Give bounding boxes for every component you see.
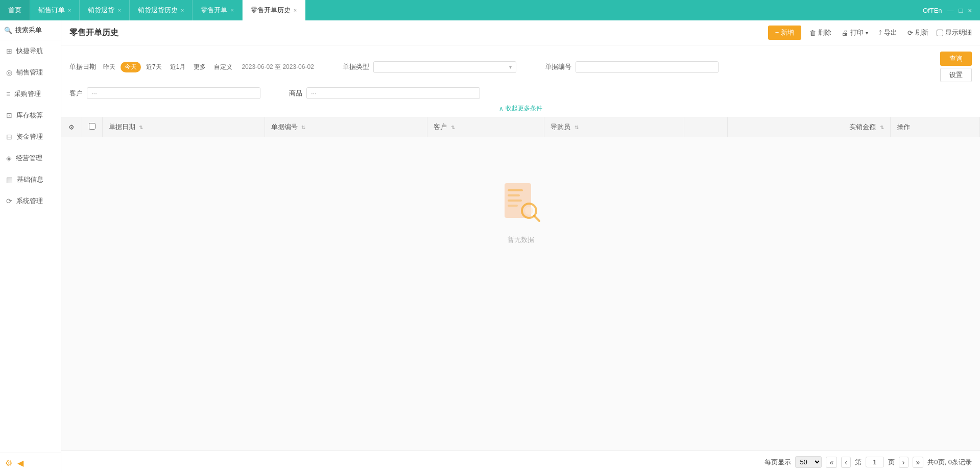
col-checkbox[interactable]: [82, 117, 102, 137]
svg-line-7: [534, 216, 539, 221]
customer-filter: 客户 ···: [69, 87, 260, 99]
refresh-button[interactable]: ⟳ 刷新: [905, 28, 930, 37]
first-page-btn[interactable]: «: [826, 457, 837, 468]
settings-icon[interactable]: ⚙: [5, 458, 12, 468]
display-col-checkbox[interactable]: 显示明细: [937, 28, 972, 37]
sidebar-icon-basic-info: ▦: [6, 176, 13, 184]
nav-tab-sales-return[interactable]: 销货退货 ×: [80, 0, 129, 20]
page-title: 零售开单历史: [69, 28, 118, 38]
sidebar-item-operations[interactable]: ◈经营管理: [0, 147, 61, 169]
goods-filter: 商品 ···: [289, 87, 480, 99]
date-btn-更多[interactable]: 更多: [190, 62, 209, 72]
col-amount[interactable]: 实销金额 ⇅: [728, 117, 890, 137]
prev-page-btn[interactable]: ‹: [841, 457, 851, 468]
date-range: 2023-06-02 至 2023-06-02: [242, 63, 314, 71]
sidebar-item-inventory[interactable]: ⊡库存核算: [0, 105, 61, 126]
col-date[interactable]: 单据日期 ⇅: [102, 117, 265, 137]
sidebar-item-finance[interactable]: ⊟资金管理: [0, 126, 61, 147]
last-page-btn[interactable]: »: [913, 457, 924, 468]
sidebar-icon-inventory: ⊡: [6, 111, 12, 119]
doc-type-filter: 单据类型 ▾: [343, 61, 516, 73]
add-button[interactable]: + 新增: [768, 26, 801, 40]
display-col-input[interactable]: [937, 30, 943, 36]
filter-settings-button[interactable]: 设置: [940, 68, 972, 82]
sidebar-search[interactable]: 🔍 搜索采单: [0, 20, 61, 40]
top-nav: 首页销售订单 ×销货退货 ×销货退货历史 ×零售开单 ×零售开单历史 × OfT…: [0, 0, 980, 20]
close-tab-retail-open-history[interactable]: ×: [294, 7, 297, 13]
amount-sort-icon: ⇅: [880, 125, 884, 130]
table-area: ⚙ 单据日期 ⇅ 单据编号 ⇅ 客户 ⇅ 导购员 ⇅ 实销金额 ⇅ 操作: [61, 117, 980, 451]
sidebar-label-sales-mgmt: 销售管理: [16, 68, 43, 77]
doc-type-value: [378, 63, 380, 71]
content-area: 零售开单历史 + 新增 🗑 删除 🖨 打印 ▾ ⤴ 导出 ⟳: [61, 20, 980, 473]
sidebar-icon-operations: ◈: [6, 154, 12, 162]
nav-tab-sales-order[interactable]: 销售订单 ×: [30, 0, 80, 20]
col-action: 操作: [890, 117, 979, 137]
nav-tab-sales-return-history[interactable]: 销货退货历史 ×: [130, 0, 193, 20]
next-page-btn[interactable]: ›: [899, 457, 909, 468]
sidebar: 🔍 搜索采单 ⊞快捷导航◎销售管理≡采购管理⊡库存核算⊟资金管理◈经营管理▦基础…: [0, 20, 61, 473]
date-filter: 单据日期 昨天今天近7天近1月更多自定义 2023-06-02 至 2023-0…: [69, 62, 314, 72]
customer-dots: ···: [91, 89, 97, 97]
sidebar-item-quick-nav[interactable]: ⊞快捷导航: [0, 40, 61, 62]
export-button[interactable]: ⤴ 导出: [876, 28, 899, 37]
per-page-label: 每页显示: [764, 458, 791, 467]
empty-illustration: [495, 178, 546, 229]
date-btn-昨天[interactable]: 昨天: [100, 62, 118, 72]
date-btn-今天[interactable]: 今天: [121, 62, 141, 72]
num-sort-icon: ⇅: [301, 125, 305, 130]
goods-label: 商品: [289, 89, 302, 98]
col-guide[interactable]: 导购员 ⇅: [544, 117, 684, 137]
collapse-icon: ∧: [499, 105, 504, 112]
window-max[interactable]: □: [959, 7, 963, 14]
window-close[interactable]: ×: [968, 7, 972, 14]
goods-input[interactable]: ···: [306, 87, 480, 99]
doc-num-input[interactable]: [576, 61, 719, 73]
date-sort-icon: ⇅: [139, 125, 143, 130]
sidebar-item-sales-mgmt[interactable]: ◎销售管理: [0, 62, 61, 83]
export-icon: ⤴: [878, 29, 882, 37]
refresh-icon: ⟳: [907, 29, 913, 37]
close-tab-sales-return[interactable]: ×: [117, 7, 121, 13]
nav-tab-retail-open-history[interactable]: 零售开单历史 ×: [243, 0, 305, 20]
window-min[interactable]: —: [947, 7, 954, 14]
col-num[interactable]: 单据编号 ⇅: [265, 117, 427, 137]
query-button[interactable]: 查询: [940, 52, 972, 66]
empty-text: 暂无数据: [508, 235, 534, 244]
doc-type-label: 单据类型: [343, 62, 369, 71]
select-all-checkbox[interactable]: [89, 123, 95, 130]
col-customer[interactable]: 客户 ⇅: [427, 117, 544, 137]
collapse-label: 收起更多条件: [506, 104, 542, 113]
customer-input[interactable]: ···: [87, 87, 260, 99]
customer-label: 客户: [69, 89, 83, 98]
sidebar-item-system[interactable]: ⟳系统管理: [0, 190, 61, 212]
sidebar-item-purchase-mgmt[interactable]: ≡采购管理: [0, 83, 61, 105]
per-page-select[interactable]: 102050100: [795, 456, 822, 468]
date-btn-近7天[interactable]: 近7天: [143, 62, 165, 72]
sidebar-label-purchase-mgmt: 采购管理: [14, 89, 41, 98]
top-nav-right: OfTEn — □ ×: [923, 7, 980, 14]
doc-num-label: 单据编号: [545, 62, 571, 71]
nav-tab-retail-open[interactable]: 零售开单 ×: [193, 0, 242, 20]
print-button[interactable]: 🖨 打印 ▾: [840, 28, 870, 37]
table-empty: 暂无数据: [61, 137, 980, 265]
page-input[interactable]: [866, 457, 884, 467]
date-btn-近1月[interactable]: 近1月: [167, 62, 189, 72]
sidebar-icon-quick-nav: ⊞: [6, 47, 12, 55]
close-tab-sales-return-history[interactable]: ×: [181, 7, 184, 13]
collapse-sidebar-icon[interactable]: ◀: [17, 458, 23, 468]
doc-type-select[interactable]: ▾: [373, 61, 516, 73]
sidebar-icon-system: ⟳: [6, 197, 12, 205]
close-tab-sales-order[interactable]: ×: [68, 7, 71, 13]
col-settings[interactable]: ⚙: [61, 117, 82, 137]
collapse-btn[interactable]: ∧ 收起更多条件: [499, 104, 542, 113]
data-table: ⚙ 单据日期 ⇅ 单据编号 ⇅ 客户 ⇅ 导购员 ⇅ 实销金额 ⇅ 操作: [61, 117, 980, 137]
nav-tab-home[interactable]: 首页: [0, 0, 30, 20]
close-tab-retail-open[interactable]: ×: [230, 7, 233, 13]
sidebar-items: ⊞快捷导航◎销售管理≡采购管理⊡库存核算⊟资金管理◈经营管理▦基础信息⟳系统管理: [0, 40, 61, 212]
sidebar-item-basic-info[interactable]: ▦基础信息: [0, 169, 61, 190]
sidebar-label-inventory: 库存核算: [16, 111, 43, 120]
delete-button[interactable]: 🗑 删除: [807, 28, 833, 37]
sidebar-label-operations: 经营管理: [16, 154, 42, 163]
date-btn-自定义[interactable]: 自定义: [211, 62, 235, 72]
